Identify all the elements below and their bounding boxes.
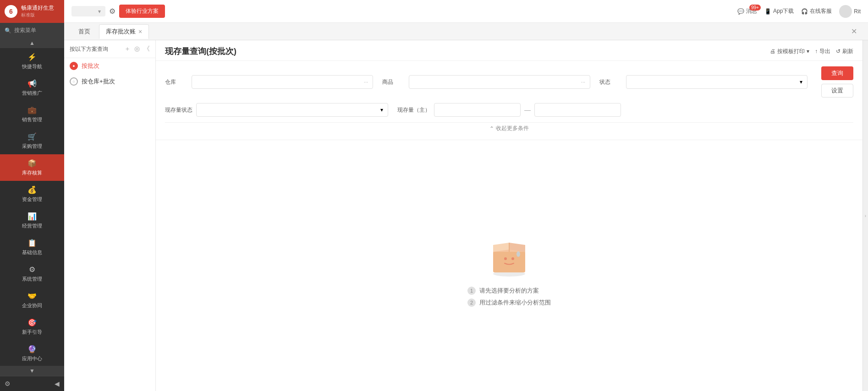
user-avatar bbox=[839, 5, 852, 18]
refresh-button[interactable]: ↺ 刷新 bbox=[836, 48, 853, 55]
plan-warehouse-batch-icon: ○ bbox=[70, 77, 78, 86]
right-collapse-tab[interactable]: › bbox=[863, 40, 868, 391]
filter-warehouse: 仓库 ··· bbox=[165, 75, 373, 89]
sidebar-item-sales[interactable]: 💼 销售管理 bbox=[0, 101, 64, 128]
warehouse-input[interactable]: ··· bbox=[192, 75, 373, 89]
filter-row-1: 仓库 ··· 商品 ··· 状态 bbox=[165, 66, 853, 98]
app-download-button[interactable]: 📱 App下载 bbox=[764, 7, 794, 15]
settings-footer-icon[interactable]: ⚙ bbox=[5, 380, 11, 387]
user-avatar-area[interactable]: Rit bbox=[839, 5, 861, 18]
operations-icon: 📊 bbox=[27, 212, 37, 221]
online-support-label: 在线客服 bbox=[810, 7, 832, 15]
plan-settings-icon[interactable]: ◎ bbox=[134, 45, 140, 53]
sidebar-search-label: 搜索菜单 bbox=[14, 27, 36, 34]
collapse-more-button[interactable]: ⌃ 收起更多条件 bbox=[489, 125, 529, 132]
breadcrumb: ▾ bbox=[71, 6, 105, 16]
basic-icon: 📋 bbox=[27, 239, 37, 247]
query-button[interactable]: 查询 bbox=[821, 66, 853, 80]
collapse-sidebar-icon[interactable]: ◀ bbox=[55, 380, 60, 387]
sidebar-item-label: 新手引导 bbox=[22, 329, 42, 336]
sidebar-scroll-down[interactable]: ▼ bbox=[0, 366, 64, 376]
sidebar-item-label: 库存核算 bbox=[22, 169, 42, 176]
page-title: 现存量查询(按批次) bbox=[165, 46, 236, 57]
warehouse-more-icon[interactable]: ··· bbox=[364, 79, 368, 85]
panel-close-button[interactable]: ✕ bbox=[851, 27, 857, 36]
plan-batch-label: 按批次 bbox=[82, 62, 99, 70]
sidebar-item-label: 销售管理 bbox=[22, 116, 42, 123]
tab-inventory-batch[interactable]: 库存批次账 × bbox=[99, 24, 149, 39]
status-select[interactable]: ▾ bbox=[626, 75, 808, 89]
online-support-button[interactable]: 🎧 在线客服 bbox=[801, 7, 832, 15]
left-panel-header-icons: ＋ ◎ 《 bbox=[124, 45, 150, 53]
sidebar-item-operations[interactable]: 📊 经营管理 bbox=[0, 207, 64, 234]
inventory-qty-min-input[interactable] bbox=[434, 103, 521, 117]
tab-close-button[interactable]: × bbox=[138, 28, 142, 35]
sidebar-brand: 畅康通好生意 标准版 bbox=[21, 5, 54, 18]
filter-actions: ⌃ 收起更多条件 bbox=[165, 122, 853, 134]
add-plan-icon[interactable]: ＋ bbox=[124, 45, 131, 53]
refresh-label: 刷新 bbox=[842, 48, 853, 55]
sidebar-item-label: 企业协同 bbox=[22, 302, 42, 309]
sidebar-item-system[interactable]: ⚙ 系统管理 bbox=[0, 261, 64, 287]
sidebar-title: 畅康通好生意 bbox=[21, 5, 54, 12]
sidebar-item-cooperation[interactable]: 🤝 企业协同 bbox=[0, 287, 64, 314]
hint-2-text: 用过滤条件来缩小分析范围 bbox=[479, 299, 551, 307]
plan-batch-icon: ● bbox=[70, 62, 78, 70]
sidebar-item-label: 经营管理 bbox=[22, 223, 42, 229]
empty-illustration bbox=[482, 224, 537, 279]
headset-icon: 🎧 bbox=[801, 8, 808, 15]
right-content: 现存量查询(按批次) 🖨 按模板打印 ▾ ↑ 导出 ↺ 刷新 bbox=[156, 40, 863, 391]
breadcrumb-text bbox=[76, 8, 96, 15]
topbar-gear-icon[interactable]: ⚙ bbox=[109, 7, 115, 16]
topbar-left: ▾ ⚙ 体验行业方案 bbox=[71, 5, 733, 18]
tab-home-label: 首页 bbox=[78, 27, 90, 36]
product-filter-label: 商品 bbox=[382, 78, 405, 86]
print-icon: 🖨 bbox=[770, 48, 775, 54]
print-template-button[interactable]: 🖨 按模板打印 ▾ bbox=[770, 48, 809, 55]
collapse-left-panel-icon[interactable]: 《 bbox=[143, 45, 150, 53]
filter-inventory-status: 现存量状态 ▾ bbox=[165, 103, 388, 117]
left-panel-title: 按以下方案查询 bbox=[70, 45, 108, 53]
product-more-icon[interactable]: ··· bbox=[581, 79, 585, 85]
phone-icon: 📱 bbox=[764, 8, 771, 15]
sidebar-item-shortcuts[interactable]: ⚡ 快捷导航 bbox=[0, 48, 64, 75]
inventory-status-select[interactable]: ▾ bbox=[196, 103, 388, 117]
refresh-icon: ↺ bbox=[836, 48, 841, 54]
marketing-icon: 📢 bbox=[27, 79, 37, 88]
sidebar-item-finance[interactable]: 💰 资金管理 bbox=[0, 181, 64, 207]
apps-icon: 🔮 bbox=[27, 345, 37, 353]
plan-item-warehouse-batch[interactable]: ○ 按仓库+批次 bbox=[64, 74, 155, 89]
inventory-qty-max-input[interactable] bbox=[534, 103, 621, 117]
plan-item-batch[interactable]: ● 按批次 bbox=[64, 58, 155, 74]
sidebar-search[interactable]: 🔍 搜索菜单 bbox=[0, 23, 64, 38]
empty-state: 1 请先选择要分析的方案 2 用过滤条件来缩小分析范围 bbox=[156, 140, 863, 391]
export-label: 导出 bbox=[819, 48, 830, 55]
inventory-status-dropdown-icon: ▾ bbox=[380, 107, 383, 113]
right-collapse-icon: › bbox=[865, 213, 866, 218]
tab-home[interactable]: 首页 bbox=[71, 24, 97, 39]
messages-button[interactable]: 💬 消息 99+ bbox=[737, 7, 757, 15]
print-dropdown-icon[interactable]: ▾ bbox=[807, 48, 809, 54]
filter-inventory-qty: 现存量（主） — bbox=[397, 103, 621, 117]
sidebar-item-guide[interactable]: 🎯 新手引导 bbox=[0, 314, 64, 340]
cooperation-icon: 🤝 bbox=[27, 292, 37, 300]
warehouse-filter-label: 仓库 bbox=[165, 78, 188, 86]
sidebar-item-apps[interactable]: 🔮 应用中心 bbox=[0, 340, 64, 366]
sidebar-item-basic[interactable]: 📋 基础信息 bbox=[0, 234, 64, 261]
trial-industry-button[interactable]: 体验行业方案 bbox=[119, 5, 165, 18]
settings-button[interactable]: 设置 bbox=[821, 84, 853, 98]
sidebar-scroll-up[interactable]: ▲ bbox=[0, 38, 64, 48]
hint-1-num: 1 bbox=[467, 287, 476, 295]
product-input[interactable]: ··· bbox=[409, 75, 590, 89]
empty-hints: 1 请先选择要分析的方案 2 用过滤条件来缩小分析范围 bbox=[467, 287, 551, 307]
tabbar: 首页 库存批次账 × ✕ bbox=[64, 23, 868, 40]
export-button[interactable]: ↑ 导出 bbox=[815, 48, 830, 55]
hint-2-num: 2 bbox=[467, 299, 476, 307]
sidebar-item-inventory[interactable]: 📦 库存核算 bbox=[0, 154, 64, 181]
breadcrumb-dropdown-icon[interactable]: ▾ bbox=[98, 8, 101, 15]
inventory-status-label: 现存量状态 bbox=[165, 106, 192, 114]
sidebar-item-marketing[interactable]: 📢 营销推广 bbox=[0, 75, 64, 101]
system-icon: ⚙ bbox=[29, 265, 35, 274]
sidebar-item-purchase[interactable]: 🛒 采购管理 bbox=[0, 128, 64, 154]
page-title-actions: 🖨 按模板打印 ▾ ↑ 导出 ↺ 刷新 bbox=[770, 48, 853, 55]
